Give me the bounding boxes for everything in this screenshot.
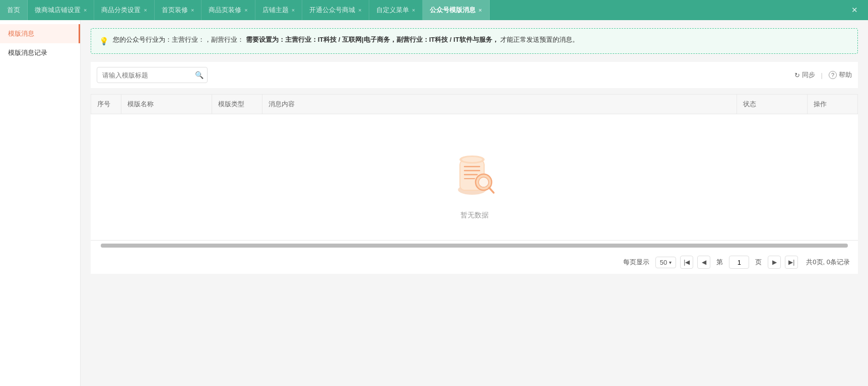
tab-home-decor-label: 首页装修 [162, 6, 188, 15]
sync-label: 同步 [802, 70, 815, 80]
tab-template-msg-label: 公众号模版消息 [430, 6, 476, 15]
search-bar: 🔍 ↻ 同步 | ? 帮助 [91, 62, 858, 88]
pagination: 每页显示 50 ▾ |◀ ◀ 第 页 ▶ ▶| 共0页, 0条记录 [91, 251, 858, 274]
per-page-label: 每页显示 [623, 258, 649, 267]
svg-point-8 [479, 177, 489, 187]
col-header-status: 状态 [737, 95, 808, 114]
empty-icon [444, 144, 505, 205]
table-header-row: 序号 模版名称 模版类型 消息内容 状态 [91, 95, 858, 114]
notice-banner: 💡 您的公众号行业为：主营行业：，副营行业： 需要设置为：主营行业：IT科技 /… [91, 28, 858, 54]
search-right: ↻ 同步 | ? 帮助 [794, 70, 852, 80]
sidebar-item-template-msg-log-label: 模版消息记录 [8, 49, 47, 56]
tab-shop-settings-label: 微商城店铺设置 [35, 6, 81, 15]
tab-home[interactable]: 首页 [0, 0, 28, 20]
table-body: 暂无数据 [91, 114, 858, 241]
col-header-name: 模版名称 [121, 95, 212, 114]
sidebar-item-template-msg-log[interactable]: 模版消息记录 [0, 43, 80, 62]
last-page-icon: ▶| [788, 259, 794, 266]
svg-line-9 [489, 188, 494, 193]
per-page-value: 50 [660, 259, 667, 266]
sync-icon: ↻ [794, 71, 800, 79]
scrollbar-track[interactable] [91, 240, 858, 251]
notice-text: 您的公众号行业为：主营行业：，副营行业： 需要设置为：主营行业：IT科技 / 互… [113, 35, 579, 45]
notice-icon: 💡 [99, 35, 109, 47]
tab-home-decor-close[interactable]: × [191, 8, 194, 13]
search-input[interactable] [97, 67, 208, 83]
tab-shop-settings-close[interactable]: × [84, 8, 87, 13]
help-icon: ? [829, 71, 837, 79]
scrollbar-thumb [101, 244, 848, 248]
tab-home-label: 首页 [7, 6, 20, 15]
tab-category-settings-label: 商品分类设置 [101, 6, 141, 15]
tab-template-msg-close[interactable]: × [479, 8, 482, 13]
sidebar: 模版消息 模版消息记录 [0, 20, 81, 386]
tab-custom-menu-label: 自定义菜单 [376, 6, 409, 15]
search-input-wrap: 🔍 [97, 67, 208, 83]
search-icon[interactable]: 🔍 [195, 71, 204, 79]
scrollbar-inner [101, 244, 848, 248]
prev-page-button[interactable]: ◀ [697, 256, 710, 269]
content-area: 💡 您的公众号行业为：主营行业：，副营行业： 需要设置为：主营行业：IT科技 /… [81, 20, 868, 386]
tab-store-theme-label: 店铺主题 [262, 6, 289, 15]
search-left: 🔍 [97, 67, 208, 83]
first-page-button[interactable]: |◀ [680, 256, 693, 269]
col-header-content: 消息内容 [262, 95, 737, 114]
notice-prefix: 您的公众号行业为：主营行业：，副营行业： [113, 36, 244, 43]
notice-highlight: 需要设置为：主营行业：IT科技 / 互联网|电子商务，副营行业：IT科技 / I… [246, 36, 499, 43]
tab-open-mall-label: 开通公众号商城 [309, 6, 355, 15]
per-page-dropdown-icon: ▾ [669, 260, 672, 265]
svg-point-11 [462, 157, 482, 162]
sync-button[interactable]: ↻ 同步 [794, 70, 815, 80]
notice-suffix: 才能正常发送预置的消息。 [500, 36, 579, 43]
col-header-action: 操作 [808, 95, 858, 114]
tab-open-mall[interactable]: 开通公众号商城 × [302, 0, 369, 20]
empty-text: 暂无数据 [460, 211, 489, 220]
first-page-icon: |◀ [684, 259, 690, 266]
main-layout: 模版消息 模版消息记录 💡 您的公众号行业为：主营行业：，副营行业： 需要设置为… [0, 20, 868, 386]
tab-product-decor-close[interactable]: × [244, 8, 247, 13]
tab-store-theme-close[interactable]: × [292, 8, 295, 13]
tab-home-decor[interactable]: 首页装修 × [155, 0, 202, 20]
data-table: 序号 模版名称 模版类型 消息内容 状态 [91, 94, 858, 240]
help-label: 帮助 [839, 70, 852, 80]
divider: | [821, 71, 823, 79]
tab-template-msg[interactable]: 公众号模版消息 × [423, 0, 489, 20]
current-page-input[interactable] [729, 256, 749, 269]
tab-product-decor[interactable]: 商品页装修 × [202, 0, 255, 20]
col-header-seq: 序号 [91, 95, 121, 114]
next-page-icon: ▶ [772, 259, 777, 266]
tab-shop-settings[interactable]: 微商城店铺设置 × [28, 0, 94, 20]
table-wrap: 序号 模版名称 模版类型 消息内容 状态 [91, 94, 858, 240]
tab-custom-menu[interactable]: 自定义菜单 × [369, 0, 423, 20]
sidebar-item-template-msg[interactable]: 模版消息 [0, 24, 80, 43]
tab-store-theme[interactable]: 店铺主题 × [255, 0, 302, 20]
tab-custom-menu-close[interactable]: × [412, 8, 415, 13]
per-page-select[interactable]: 50 ▾ [655, 257, 676, 268]
page-total: 共0页, 0条记录 [806, 258, 850, 267]
sidebar-item-template-msg-label: 模版消息 [8, 30, 34, 37]
global-close-button[interactable]: ✕ [847, 4, 862, 17]
tab-open-mall-close[interactable]: × [358, 8, 361, 13]
tab-category-settings-close[interactable]: × [144, 8, 147, 13]
last-page-button[interactable]: ▶| [785, 256, 798, 269]
col-header-type: 模版类型 [212, 95, 262, 114]
help-button[interactable]: ? 帮助 [829, 70, 852, 80]
page-unit: 页 [755, 258, 762, 267]
empty-state: 暂无数据 [91, 114, 858, 240]
tab-category-settings[interactable]: 商品分类设置 × [94, 0, 154, 20]
tab-bar: 首页 微商城店铺设置 × 商品分类设置 × 首页装修 × 商品页装修 × 店铺主… [0, 0, 868, 20]
page-label: 第 [716, 258, 723, 267]
prev-page-icon: ◀ [702, 259, 706, 266]
next-page-button[interactable]: ▶ [768, 256, 781, 269]
empty-state-row: 暂无数据 [91, 114, 858, 241]
tab-product-decor-label: 商品页装修 [209, 6, 241, 15]
tab-bar-end: ✕ [847, 4, 868, 17]
